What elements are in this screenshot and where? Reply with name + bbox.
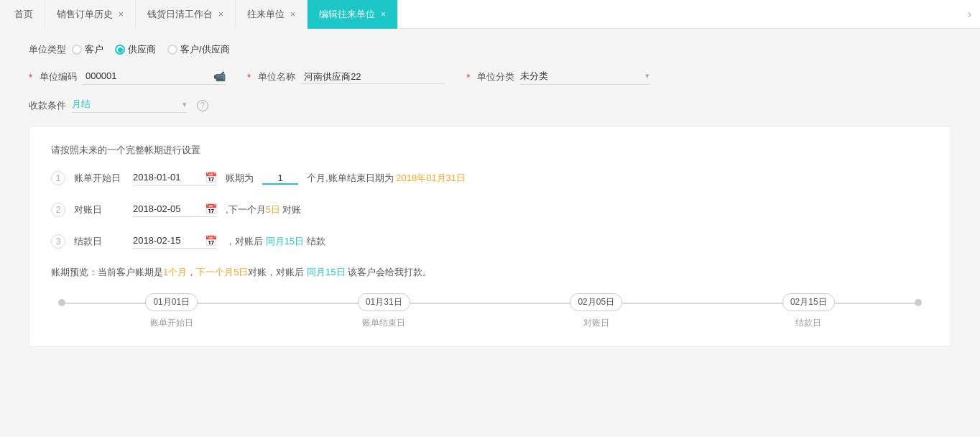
payment-terms-dropdown[interactable]: 月结 ▾	[72, 98, 187, 113]
tab-home-label: 首页	[14, 8, 33, 21]
unit-code-required: *	[29, 72, 32, 83]
period-label-1: 账单开始日	[74, 172, 124, 185]
tab-sales-history-close[interactable]: ×	[119, 9, 124, 19]
preview-comma1: ，	[187, 267, 196, 277]
radio-supplier-circle	[115, 45, 125, 55]
unit-name-input[interactable]	[301, 70, 445, 84]
preview-middle: 对账，对账后	[248, 267, 304, 277]
timeline-bubble-4: 02月15日	[782, 293, 835, 311]
unit-category-group: * 单位分类 未分类 ▾	[466, 70, 650, 85]
timeline-bubble-2: 01月31日	[358, 293, 410, 311]
unit-code-input[interactable]	[83, 69, 209, 83]
period-num-2: 2	[51, 203, 65, 217]
period-date-2-wrapper: 📅	[133, 203, 217, 217]
radio-customer[interactable]: 客户	[72, 43, 103, 56]
timeline-node-2: 01月31日 账单结束日	[278, 293, 491, 329]
tab-edit-partner[interactable]: 编辑往来单位 ×	[308, 0, 398, 29]
tab-partner-label: 往来单位	[247, 8, 285, 21]
timeline-node-1: 01月01日 账单开始日	[65, 293, 278, 329]
preview-part1: 1个月	[163, 267, 187, 277]
period-row1-suffix-pre: 账期为	[226, 172, 254, 185]
payment-terms-group: 收款条件 月结 ▾ ?	[29, 98, 208, 113]
period-date-3-wrapper: 📅	[133, 235, 217, 249]
preview-section: 账期预览：当前客户账期是1个月，下一个月5日对账，对账后 同月15日 该客户会给…	[51, 254, 929, 329]
timeline-left-dot	[58, 299, 65, 306]
period-date-1-cal[interactable]: 📅	[205, 172, 217, 183]
unit-category-label: 单位分类	[477, 70, 514, 83]
period-row1-suffix-post: 个月,账单结束日期为 2018年01月31日	[307, 172, 466, 185]
period-row3-suffix: ，对账后 同月15日 结款	[226, 235, 325, 248]
radio-supplier[interactable]: 供应商	[115, 43, 156, 56]
period-date-3-cal[interactable]: 📅	[205, 235, 217, 247]
period-num-1: 1	[51, 171, 65, 185]
timeline-bubble-1: 01月01日	[145, 293, 198, 311]
preview-part3: 同月15日	[307, 267, 345, 277]
payment-terms-value: 月结	[72, 98, 178, 111]
unit-code-label: 单位编码	[40, 70, 77, 83]
unit-name-label: 单位名称	[258, 70, 295, 83]
radio-customer-label: 客户	[85, 43, 103, 56]
unit-type-row: 单位类型 客户 供应商 客户/供应商	[29, 43, 951, 56]
unit-category-dropdown[interactable]: 未分类 ▾	[520, 70, 650, 85]
unit-code-input-wrapper: 📹	[83, 69, 226, 85]
timeline-node-4: 02月15日 结款日	[703, 293, 915, 329]
period-panel-title: 请按照未来的一个完整帐期进行设置	[51, 144, 929, 157]
tab-sales-history[interactable]: 销售订单历史 ×	[45, 0, 136, 29]
radio-both-label: 客户/供应商	[180, 43, 230, 56]
tabs-scroll-right[interactable]: ›	[959, 8, 980, 21]
tab-cashflow[interactable]: 钱货日清工作台 ×	[136, 0, 236, 29]
tab-cashflow-label: 钱货日清工作台	[147, 8, 213, 21]
period-months-input[interactable]	[262, 172, 298, 185]
period-date-2-cal[interactable]: 📅	[205, 203, 217, 215]
tab-sales-history-label: 销售订单历史	[57, 8, 113, 21]
period-date-1-input[interactable]	[133, 172, 198, 183]
timeline: 01月01日 账单开始日 01月31日 账单结束日 02月05日 对账日 02月…	[51, 293, 929, 329]
unit-category-required: *	[466, 72, 470, 83]
period-date-3-input[interactable]	[133, 235, 198, 246]
period-row-2: 2 对账日 📅 ,下一个月5日 对账	[51, 203, 929, 217]
radio-supplier-label: 供应商	[128, 43, 156, 56]
period-row3-highlight: 同月15日	[266, 236, 304, 247]
timeline-bubble-3: 02月05日	[570, 293, 622, 311]
timeline-label-2: 账单结束日	[362, 317, 405, 329]
tab-partner-close[interactable]: ×	[290, 9, 295, 19]
unit-code-icon[interactable]: 📹	[213, 70, 226, 82]
tabs-bar: 首页 销售订单历史 × 钱货日清工作台 × 往来单位 × 编辑往来单位 × ›	[0, 0, 980, 29]
period-row-1: 1 账单开始日 📅 账期为 个月,账单结束日期为 2018年01月31日	[51, 171, 929, 185]
tab-partner[interactable]: 往来单位 ×	[236, 0, 308, 29]
period-date-2-input[interactable]	[133, 203, 198, 214]
payment-terms-arrow: ▾	[182, 100, 187, 109]
payment-terms-help[interactable]: ?	[197, 100, 208, 111]
main-content: 单位类型 客户 供应商 客户/供应商 * 单位编码	[0, 29, 980, 437]
timeline-label-1: 账单开始日	[150, 317, 193, 329]
unit-name-required: *	[247, 72, 251, 83]
preview-part2: 下一个月5日	[196, 267, 248, 277]
period-end-date: 2018年01月31日	[396, 172, 466, 183]
period-panel: 请按照未来的一个完整帐期进行设置 1 账单开始日 📅 账期为 个月,账单结束日期…	[29, 126, 951, 347]
timeline-right-dot	[915, 299, 922, 306]
timeline-label-3: 对账日	[583, 317, 609, 329]
unit-code-group: * 单位编码 📹	[29, 69, 226, 85]
tab-home[interactable]: 首页	[0, 0, 45, 29]
payment-terms-row: 收款条件 月结 ▾ ?	[29, 98, 951, 113]
unit-name-group: * 单位名称	[247, 70, 445, 84]
unit-info-row: * 单位编码 📹 * 单位名称 * 单位分类 未分类 ▾	[29, 69, 951, 85]
preview-end: 该客户会给我打款。	[348, 267, 432, 277]
tab-edit-partner-label: 编辑往来单位	[319, 8, 375, 21]
period-label-3: 结款日	[74, 235, 124, 248]
unit-type-label: 单位类型	[29, 43, 66, 56]
preview-label: 账期预览：当前客户账期是	[51, 267, 163, 277]
period-row-3: 3 结款日 📅 ，对账后 同月15日 结款	[51, 234, 929, 249]
unit-type-group: 单位类型 客户 供应商 客户/供应商	[29, 43, 230, 56]
tab-cashflow-close[interactable]: ×	[218, 9, 223, 19]
period-label-2: 对账日	[74, 203, 124, 216]
radio-customer-circle	[72, 45, 82, 55]
radio-both[interactable]: 客户/供应商	[167, 43, 230, 56]
payment-terms-label: 收款条件	[29, 99, 66, 112]
tab-edit-partner-close[interactable]: ×	[381, 9, 386, 19]
timeline-label-4: 结款日	[795, 317, 821, 329]
period-row2-suffix: ,下一个月5日 对账	[226, 203, 301, 216]
period-date-1-wrapper: 📅	[133, 172, 217, 185]
period-num-3: 3	[51, 234, 65, 249]
radio-both-circle	[167, 45, 177, 55]
